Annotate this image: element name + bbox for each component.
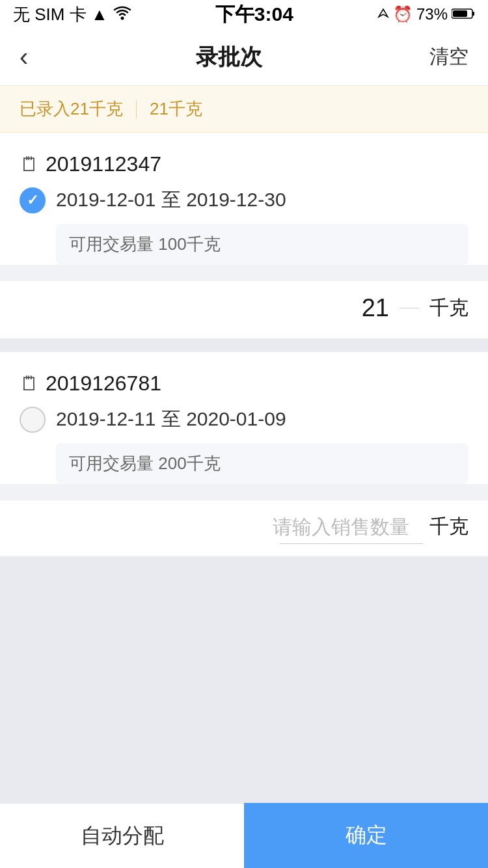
- batch1-icon: 🗒: [20, 154, 39, 176]
- back-button[interactable]: ‹: [20, 42, 28, 72]
- batch1-amount-unit: 千克: [429, 295, 468, 321]
- batch-item-1: 🗒 2019112347 2019-12-01 至 2019-12-30 可用交…: [0, 133, 488, 265]
- batch1-amount-value: 21: [362, 294, 389, 322]
- banner-divider: [136, 100, 137, 118]
- batch2-icon: 🗒: [20, 373, 39, 395]
- batch2-available-box: 可用交易量 200千克: [56, 443, 468, 484]
- amount-spacer: [400, 308, 419, 308]
- location-icon: [377, 5, 389, 23]
- qty-input-field[interactable]: [172, 516, 419, 538]
- alarm-icon: ⏰: [393, 5, 413, 23]
- clear-button[interactable]: 清空: [429, 44, 468, 70]
- auto-distribute-button[interactable]: 自动分配: [0, 803, 244, 868]
- batch1-available-box: 可用交易量 100千克: [56, 224, 468, 265]
- svg-point-0: [120, 16, 124, 20]
- no-sim-label: 无 SIM 卡 ▲: [13, 3, 108, 26]
- batch-item-2: 🗒 2019126781 2019-12-11 至 2020-01-09 可用交…: [0, 352, 488, 484]
- batch1-header: 🗒 2019112347: [20, 152, 468, 176]
- batch1-available: 可用交易量 100千克: [56, 224, 468, 265]
- batch1-radio[interactable]: [20, 187, 46, 213]
- batch2-input-row[interactable]: 千克: [0, 500, 488, 556]
- page-title: 录批次: [196, 42, 262, 72]
- section-separator: [0, 339, 488, 352]
- amount-value-banner: 21千克: [150, 98, 202, 120]
- wifi-icon: [113, 5, 131, 25]
- battery-icon: [452, 5, 475, 23]
- batch2-date: 2019-12-11 至 2020-01-09: [56, 406, 286, 433]
- nav-bar: ‹ 录批次 清空: [0, 29, 488, 86]
- status-time: 下午3:04: [215, 1, 293, 28]
- batch2-available: 可用交易量 200千克: [56, 443, 468, 484]
- svg-marker-1: [379, 9, 388, 17]
- input-underline: [280, 543, 423, 544]
- status-bar: 无 SIM 卡 ▲ 下午3:04 ⏰ 73%: [0, 0, 488, 29]
- batch1-date: 2019-12-01 至 2019-12-30: [56, 187, 286, 213]
- svg-rect-4: [453, 10, 467, 17]
- info-banner: 已录入21千克 21千克: [0, 86, 488, 133]
- bottom-bar: 自动分配 确定: [0, 803, 488, 868]
- batch1-amount-row: 21 千克: [0, 280, 488, 338]
- confirm-button[interactable]: 确定: [244, 803, 488, 868]
- batch2-date-row: 2019-12-11 至 2020-01-09: [20, 406, 468, 433]
- recorded-amount: 已录入21千克: [20, 98, 123, 120]
- batch2-id: 2019126781: [46, 372, 161, 396]
- svg-rect-3: [472, 12, 474, 16]
- battery-level: 73%: [416, 5, 448, 23]
- batch1-id: 2019112347: [46, 152, 161, 176]
- status-right: ⏰ 73%: [377, 5, 475, 23]
- batch2-radio[interactable]: [20, 407, 46, 433]
- gray-area: [0, 557, 488, 830]
- status-left: 无 SIM 卡 ▲: [13, 3, 131, 26]
- batch1-date-row: 2019-12-01 至 2019-12-30: [20, 187, 468, 213]
- batch2-input-unit: 千克: [429, 513, 468, 540]
- batch2-header: 🗒 2019126781: [20, 372, 468, 396]
